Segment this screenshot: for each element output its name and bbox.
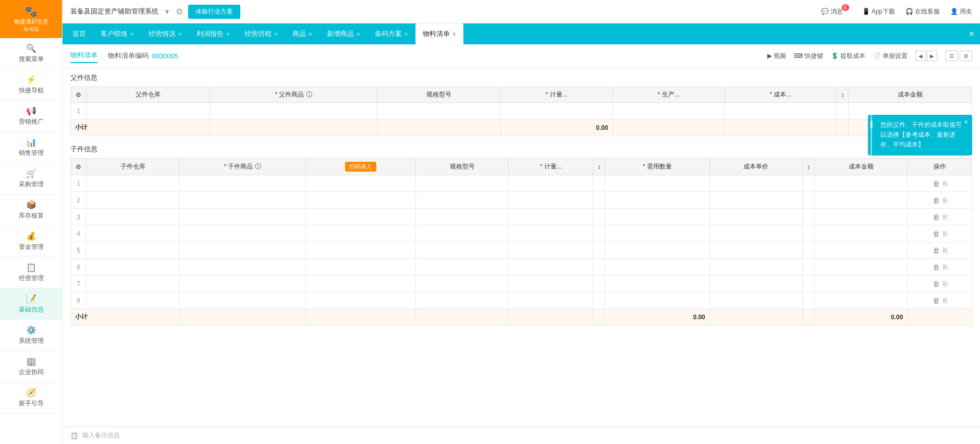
single-setting-btn[interactable]: 📄 单据设置 bbox=[873, 52, 908, 61]
child-spec-5[interactable] bbox=[416, 242, 509, 259]
child-spec-8[interactable] bbox=[416, 292, 509, 309]
sidebar-item-enterprise[interactable]: 🏢 企业协同 bbox=[0, 351, 62, 382]
tab-goods[interactable]: 商品 ✕ bbox=[285, 23, 320, 44]
child-quantity-1[interactable] bbox=[605, 175, 709, 192]
child-warehouse-7[interactable] bbox=[87, 275, 179, 292]
child-goods-5[interactable] bbox=[179, 242, 305, 259]
tab-close-goods[interactable]: ✕ bbox=[308, 31, 312, 37]
arrow-left-btn[interactable]: ◀ bbox=[915, 51, 926, 61]
child-unit-cost-5[interactable] bbox=[709, 242, 802, 259]
copy-icon-5[interactable]: ⎘ bbox=[943, 246, 947, 255]
sidebar-item-guide[interactable]: 🧭 新手引导 bbox=[0, 382, 62, 414]
tab-operations[interactable]: 经营情况 ✕ bbox=[141, 23, 189, 44]
child-unit-2[interactable] bbox=[509, 192, 593, 209]
child-quantity-6[interactable] bbox=[605, 259, 709, 275]
parent-production-1[interactable] bbox=[612, 103, 725, 119]
copy-icon-2[interactable]: ⎘ bbox=[943, 196, 947, 205]
child-unit-3[interactable] bbox=[509, 209, 593, 225]
user-item[interactable]: 👤 用友 bbox=[950, 7, 972, 16]
copy-icon-6[interactable]: ⎘ bbox=[943, 263, 947, 271]
child-warehouse-3[interactable] bbox=[87, 209, 179, 225]
delete-icon-8[interactable]: 🗑 bbox=[933, 296, 940, 305]
child-unit-cost-3[interactable] bbox=[709, 209, 802, 225]
sidebar-item-basic[interactable]: 📝 基础信息 bbox=[0, 289, 62, 320]
sidebar-item-sales[interactable]: 📊 销售管理 bbox=[0, 132, 62, 163]
child-goods-8[interactable] bbox=[179, 292, 305, 309]
child-spec-6[interactable] bbox=[416, 259, 509, 275]
child-warehouse-1[interactable] bbox=[87, 175, 179, 192]
child-quantity-8[interactable] bbox=[605, 292, 709, 309]
shortcut-btn[interactable]: ⌨ 快捷键 bbox=[794, 52, 823, 61]
child-goods-2[interactable] bbox=[179, 192, 305, 209]
copy-icon-3[interactable]: ⎘ bbox=[943, 213, 947, 221]
child-warehouse-2[interactable] bbox=[87, 192, 179, 209]
child-spec-3[interactable] bbox=[416, 209, 509, 225]
sidebar-item-purchase[interactable]: 🛒 采购管理 bbox=[0, 163, 62, 195]
child-warehouse-8[interactable] bbox=[87, 292, 179, 309]
child-unit-cost-4[interactable] bbox=[709, 225, 802, 242]
child-unit-8[interactable] bbox=[509, 292, 593, 309]
child-spec-4[interactable] bbox=[416, 225, 509, 242]
child-quantity-3[interactable] bbox=[605, 209, 709, 225]
child-unit-cost-7[interactable] bbox=[709, 275, 802, 292]
child-spec-2[interactable] bbox=[416, 192, 509, 209]
delete-icon-1[interactable]: 🗑 bbox=[933, 179, 940, 188]
parent-cost-1[interactable] bbox=[725, 103, 837, 119]
sidebar-item-search[interactable]: 🔍 搜索菜单 bbox=[0, 38, 62, 69]
child-unit-cost-8[interactable] bbox=[709, 292, 802, 309]
child-unit-1[interactable] bbox=[509, 175, 593, 192]
app-download-item[interactable]: 📱 App下载 bbox=[862, 7, 895, 16]
tab-close-history[interactable]: ✕ bbox=[274, 31, 278, 37]
message-item[interactable]: 💬 消息 6 bbox=[821, 7, 852, 16]
delete-icon-6[interactable]: 🗑 bbox=[933, 263, 940, 271]
gear-icon[interactable]: ⚙ bbox=[176, 7, 183, 17]
trial-button[interactable]: 体验行业方案 bbox=[188, 5, 240, 19]
delete-icon-2[interactable]: 🗑 bbox=[933, 196, 940, 205]
tab-close-operations[interactable]: ✕ bbox=[178, 31, 182, 37]
sidebar-item-marketing[interactable]: 📢 营销推广 bbox=[0, 101, 62, 132]
child-spec-1[interactable] bbox=[416, 175, 509, 192]
child-unit-7[interactable] bbox=[509, 275, 593, 292]
child-quantity-4[interactable] bbox=[605, 225, 709, 242]
nav-close-all-btn[interactable]: ✕ bbox=[966, 30, 977, 38]
child-goods-1[interactable] bbox=[179, 175, 305, 192]
child-quantity-5[interactable] bbox=[605, 242, 709, 259]
delete-icon-5[interactable]: 🗑 bbox=[933, 246, 940, 255]
video-btn[interactable]: ▶ 视频 bbox=[767, 52, 786, 61]
online-service-item[interactable]: 🎧 在线客服 bbox=[905, 7, 940, 16]
child-warehouse-4[interactable] bbox=[87, 225, 179, 242]
sub-tab-bom-list[interactable]: 物料清单 bbox=[70, 49, 97, 63]
tab-barcode[interactable]: 条码方案 ✕ bbox=[368, 23, 415, 44]
child-unit-6[interactable] bbox=[509, 259, 593, 275]
child-goods-4[interactable] bbox=[179, 225, 305, 242]
tab-close-bom[interactable]: ✕ bbox=[452, 31, 456, 37]
tab-bom[interactable]: 物料清单 ✕ bbox=[415, 23, 463, 44]
tab-home[interactable]: 首页 bbox=[65, 23, 93, 44]
sidebar-item-inventory[interactable]: 📦 库存核算 bbox=[0, 195, 62, 226]
tooltip-close-btn[interactable]: × bbox=[964, 117, 968, 127]
sidebar-item-quicknav[interactable]: ⚡ 快捷导航 bbox=[0, 69, 62, 101]
parent-th-settings[interactable]: ⚙ bbox=[71, 87, 87, 103]
grid-view-btn[interactable]: ⊞ bbox=[960, 51, 972, 61]
child-quantity-2[interactable] bbox=[605, 192, 709, 209]
child-warehouse-6[interactable] bbox=[87, 259, 179, 275]
sidebar-item-operations[interactable]: 📋 经营管理 bbox=[0, 257, 62, 289]
tab-customer[interactable]: 客户联络 ✕ bbox=[93, 23, 141, 44]
child-unit-5[interactable] bbox=[509, 242, 593, 259]
parent-spec-1[interactable] bbox=[377, 103, 501, 119]
child-goods-7[interactable] bbox=[179, 275, 305, 292]
tab-close-barcode[interactable]: ✕ bbox=[404, 31, 408, 37]
child-unit-cost-2[interactable] bbox=[709, 192, 802, 209]
tab-history[interactable]: 经营历程 ✕ bbox=[237, 23, 285, 44]
delete-icon-7[interactable]: 🗑 bbox=[933, 280, 940, 288]
tab-profit[interactable]: 利润报告 ✕ bbox=[189, 23, 237, 44]
arrow-right-btn[interactable]: ▶ bbox=[927, 51, 937, 61]
sidebar-item-system[interactable]: ⚙️ 系统管理 bbox=[0, 320, 62, 351]
extract-cost-btn[interactable]: 💲 提取成本 bbox=[831, 52, 865, 61]
copy-icon-1[interactable]: ⎘ bbox=[943, 179, 947, 188]
delete-icon-3[interactable]: 🗑 bbox=[933, 213, 940, 221]
list-view-btn[interactable]: ☰ bbox=[945, 51, 958, 61]
child-goods-6[interactable] bbox=[179, 259, 305, 275]
tab-close-profit[interactable]: ✕ bbox=[226, 31, 230, 37]
copy-icon-7[interactable]: ⎘ bbox=[943, 280, 947, 288]
